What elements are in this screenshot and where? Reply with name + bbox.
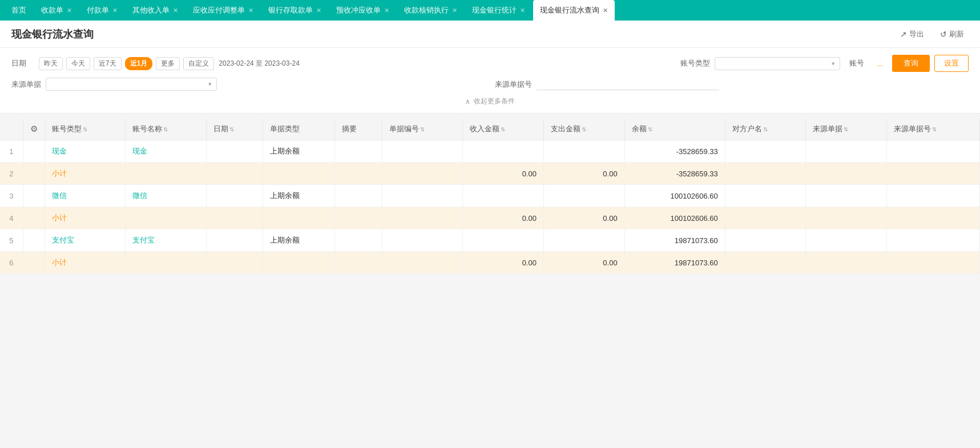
nav-tab-label: 预收冲应收单 — [336, 5, 381, 15]
export-icon: ↗ — [900, 30, 907, 39]
sort-icon: ⇅ — [648, 126, 652, 132]
settings-button[interactable]: 设置 — [934, 55, 969, 72]
cell-balance: 19871073.60 — [624, 252, 725, 274]
col-expense[interactable]: 支出金额⇅ — [543, 118, 624, 140]
col-doc_type: 单据类型 — [263, 118, 334, 140]
nav-tab-label: 收款核销执行 — [404, 5, 449, 15]
cell-doc_type: 上期余额 — [263, 185, 334, 207]
sort-icon: ⇅ — [763, 126, 768, 132]
col-summary: 摘要 — [334, 118, 382, 140]
source-doc-label: 来源单据 — [11, 79, 41, 90]
row-num: 1 — [0, 140, 23, 163]
cell-date — [206, 252, 263, 274]
source-doc-dropdown-icon: ▾ — [208, 80, 212, 88]
collapse-label: 收起更多条件 — [474, 96, 515, 106]
cell-doc_type — [263, 252, 334, 274]
col-source_doc[interactable]: 来源单据⇅ — [806, 118, 887, 140]
nav-tab-银行存取款单[interactable]: 银行存取款单✕ — [261, 0, 328, 21]
cell-source_doc_no — [887, 185, 980, 207]
row-settings — [23, 185, 45, 207]
col-date[interactable]: 日期⇅ — [206, 118, 263, 140]
row-num: 5 — [0, 229, 23, 252]
refresh-icon: ↺ — [940, 30, 947, 39]
cell-account_type: 小计 — [45, 207, 126, 229]
filter-row-2: 来源单据 ▾ 来源单据号 — [11, 78, 969, 91]
nav-tab-收款核销执行[interactable]: 收款核销执行✕ — [397, 0, 464, 21]
col-counterpart[interactable]: 对方户名⇅ — [725, 118, 806, 140]
cell-account_name: 支付宝 — [126, 229, 207, 252]
nav-tab-预收冲应收单[interactable]: 预收冲应收单✕ — [329, 0, 396, 21]
close-icon[interactable]: ✕ — [316, 7, 321, 14]
row-settings — [23, 229, 45, 252]
source-doc-select[interactable]: ▾ — [46, 78, 217, 91]
close-icon[interactable]: ✕ — [112, 7, 118, 14]
row-settings — [23, 252, 45, 274]
date-option-今天[interactable]: 今天 — [66, 57, 90, 70]
refresh-label: 刷新 — [949, 29, 964, 39]
nav-tab-付款单[interactable]: 付款单✕ — [80, 0, 124, 21]
close-icon[interactable]: ✕ — [520, 7, 525, 14]
nav-tab-收款单[interactable]: 收款单✕ — [34, 0, 79, 21]
account-type-select[interactable]: ▾ — [715, 57, 840, 70]
more-button[interactable]: ... — [877, 59, 883, 68]
nav-tab-应收应付调整单[interactable]: 应收应付调整单✕ — [186, 0, 260, 21]
collapse-icon: ∧ — [465, 98, 470, 106]
cell-date — [206, 163, 263, 185]
query-button[interactable]: 查询 — [892, 55, 930, 72]
date-filter-group: 日期 昨天今天近7天近1月更多自定义 2023-02-24 至 2023-03-… — [11, 57, 671, 70]
close-icon[interactable]: ✕ — [603, 7, 608, 14]
nav-home[interactable]: 首页 — [5, 5, 33, 15]
cell-source_doc_no — [887, 140, 980, 163]
col-income[interactable]: 收入金额⇅ — [463, 118, 544, 140]
sort-icon: ⇅ — [501, 126, 505, 132]
col-source_doc_no[interactable]: 来源单据号⇅ — [887, 118, 980, 140]
col-account_type[interactable]: 账号类型⇅ — [45, 118, 126, 140]
cell-doc_no — [382, 140, 463, 163]
nav-tabs-container: 收款单✕付款单✕其他收入单✕应收应付调整单✕银行存取款单✕预收冲应收单✕收款核销… — [34, 0, 615, 21]
cell-source_doc — [806, 207, 887, 229]
date-option-近7天[interactable]: 近7天 — [94, 57, 122, 70]
cell-account_type: 小计 — [45, 252, 126, 274]
export-button[interactable]: ↗ 导出 — [896, 27, 929, 42]
filter-right-actions: 查询 设置 — [892, 55, 969, 72]
nav-tab-label: 其他收入单 — [132, 5, 170, 15]
table-row: 2小计0.000.00-3528659.33 — [0, 163, 980, 185]
cell-date — [206, 207, 263, 229]
cell-account_type: 小计 — [45, 163, 126, 185]
nav-tab-现金银行流水查询[interactable]: 现金银行流水查询✕ — [533, 0, 615, 21]
close-icon[interactable]: ✕ — [173, 7, 178, 14]
collapse-row[interactable]: ∧ 收起更多条件 — [11, 96, 969, 106]
refresh-button[interactable]: ↺ 刷新 — [935, 27, 969, 42]
filter-area: 日期 昨天今天近7天近1月更多自定义 2023-02-24 至 2023-03-… — [0, 48, 980, 114]
cell-income — [463, 185, 544, 207]
cell-doc_no — [382, 185, 463, 207]
page-title: 现金银行流水查询 — [11, 27, 94, 41]
cell-doc_no — [382, 207, 463, 229]
nav-tab-其他收入单[interactable]: 其他收入单✕ — [126, 0, 185, 21]
cell-date — [206, 140, 263, 163]
col-doc_no[interactable]: 单据编号⇅ — [382, 118, 463, 140]
account-type-dropdown-icon: ▾ — [832, 60, 835, 67]
date-option-近1月[interactable]: 近1月 — [125, 57, 153, 70]
cell-source_doc_no — [887, 207, 980, 229]
col-balance[interactable]: 余额⇅ — [624, 118, 725, 140]
date-option-自定义[interactable]: 自定义 — [183, 57, 214, 70]
cell-summary — [334, 229, 382, 252]
cell-account_type: 支付宝 — [45, 229, 126, 252]
cell-doc_type — [263, 207, 334, 229]
col-account_name[interactable]: 账号名称⇅ — [126, 118, 207, 140]
source-doc-filter-group: 来源单据 ▾ — [11, 78, 486, 91]
date-option-昨天[interactable]: 昨天 — [39, 57, 63, 70]
row-num: 3 — [0, 185, 23, 207]
close-icon[interactable]: ✕ — [452, 7, 457, 14]
date-option-更多[interactable]: 更多 — [156, 57, 180, 70]
source-doc-no-input[interactable] — [537, 79, 719, 90]
nav-tab-label: 现金银行流水查询 — [540, 5, 599, 15]
nav-tab-现金银行统计[interactable]: 现金银行统计✕ — [465, 0, 532, 21]
cell-account_name — [126, 207, 207, 229]
sort-icon: ⇅ — [844, 126, 848, 132]
close-icon[interactable]: ✕ — [67, 7, 72, 14]
close-icon[interactable]: ✕ — [384, 7, 389, 14]
close-icon[interactable]: ✕ — [248, 7, 253, 14]
account-type-label: 账号类型 — [680, 58, 710, 68]
